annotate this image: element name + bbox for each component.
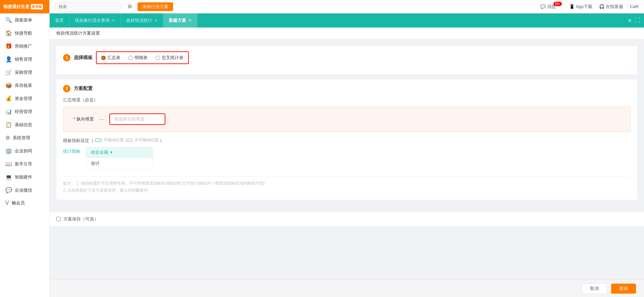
tab-close-cash-flow[interactable]: ✕ [112,18,115,23]
sidebar-item-hardware[interactable]: 💻智能硬件 [0,170,49,184]
sidebar-label-member: 畅会员 [12,200,25,206]
sidebar-item-enterprise[interactable]: 🏢企业协同 [0,144,49,157]
sidebar-item-inventory[interactable]: 📦库存核算 [0,79,49,92]
tab-label-home: 首页 [55,17,64,23]
draggable-label: 可拖动位置 [104,137,124,143]
drag-indicator [95,139,102,142]
sidebar-nav: 🔍搜索菜单🏠快捷导航🎁营销推广👤销售管理🛒采购管理📦库存核算💰资金管理📊经营管理… [0,13,49,297]
sidebar-icon-guide: 📖 [5,161,12,167]
save-checkbox[interactable] [56,217,61,221]
sidebar-label-finance: 资金管理 [15,96,32,102]
sidebar-label-marketing: 营销推广 [15,43,32,49]
gear-icon[interactable]: ⚙ [127,3,132,10]
notification-area[interactable]: 💬 消息 99+ [540,4,556,10]
sidebar-item-system[interactable]: ⚙系统管理 [0,131,49,144]
template-option-detail[interactable]: 明细表 [128,55,148,61]
stats-label-col: 统计指标 [63,147,80,169]
row-label-text: 纵向维度 [76,116,94,121]
sidebar-item-basic-info[interactable]: 📋基础信息 [0,118,49,131]
metrics-columns: 统计指标 收款金额 ▾ 合计 [63,147,631,169]
sidebar-label-enterprise: 企业协同 [15,148,32,154]
metrics-title-text: 模板指标设定（ [63,138,94,143]
sidebar-item-quick-nav[interactable]: 🏠快捷导航 [0,27,49,40]
tab-close-new-plan[interactable]: ✕ [188,18,192,23]
sidebar-icon-wechat: 💬 [5,187,12,193]
tab-receipt-stats[interactable]: 收款情况统计✕ [121,13,163,28]
sidebar-item-guide[interactable]: 📖新手引导 [0,157,49,170]
query-button[interactable]: 查询 [611,284,636,294]
dimension-row: * 纵向维度 — 请选择分组维度 [73,113,165,125]
sidebar-icon-purchase: 🛒 [5,69,12,76]
sidebar-item-wechat[interactable]: 💬企业微信 [0,184,49,197]
sidebar-label-operation: 经营管理 [15,109,32,115]
tab-label-receipt-stats: 收款情况统计 [126,17,152,23]
notification-count: 99+ [553,2,562,6]
metrics-col1-row1: 合计 [86,158,153,169]
template-option-cross[interactable]: 交叉统计表 [156,55,183,61]
radio-detail[interactable] [128,56,133,60]
sidebar-item-operation[interactable]: 📊经营管理 [0,105,49,118]
page-title-bar: 收款情况统计方案设置 [50,28,644,39]
stats-label: 统计指标 [63,149,80,154]
app-download[interactable]: 📱 App下载 [569,4,592,10]
nodrag-indicator [126,139,132,142]
sidebar-item-sales[interactable]: 👤销售管理 [0,53,49,66]
expand-icon[interactable]: ⛶ [635,17,640,23]
search-input[interactable] [55,2,122,11]
tabs-bar: 首页现金银行流水查询✕收款情况统计✕新建方案✕✕⛶ [50,13,644,28]
hint-text: 提示： 1. 拖动标题栏可以调整布局，不可跨维度或指标区域拖动栏目字段(只能在同… [63,180,631,187]
tab-new-plan[interactable]: 新建方案✕ [163,13,197,28]
dimension-title: 汇总维度（必选） [63,97,631,103]
user-info[interactable]: CaR [630,4,639,9]
download-icon: 📱 [569,4,575,9]
chevron-down-icon[interactable]: ▾ [110,150,113,155]
sidebar-item-marketing[interactable]: 🎁营销推广 [0,40,49,53]
nodrag-label: 不可拖动位置 [135,137,159,143]
tab-label-new-plan: 新建方案 [169,17,186,23]
online-service[interactable]: 🎧 在线客服 [599,4,623,10]
sidebar-label-hardware: 智能硬件 [15,174,32,180]
cancel-button[interactable]: 取消 [582,283,607,294]
tab-home[interactable]: 首页 [50,13,69,28]
sidebar-item-purchase[interactable]: 🛒采购管理 [0,66,49,79]
sidebar-label-wechat: 企业微信 [15,187,32,193]
username: CaR [630,4,639,9]
hint-text: 2. 点击标题栏下拉可设置排序、插入列和删除列 [63,187,631,194]
step1-num: 1 [63,54,70,61]
tab-close-receipt-stats[interactable]: ✕ [154,18,158,23]
metrics-col1-header: 收款金额 [91,149,108,155]
sidebar-logo: 畅捷通好生意 标准版 [0,0,49,13]
sidebar-label-search-menu: 搜索菜单 [15,17,32,23]
sidebar-label-guide: 新手引导 [15,161,32,167]
step2-section: 2 方案配置 汇总维度（必选） * 纵向维度 — 请选择分组维度 [56,80,637,200]
sidebar-item-search-menu[interactable]: 🔍搜索菜单 [0,13,49,27]
page-title: 收款情况统计方案设置 [56,31,100,36]
radio-summary[interactable] [101,56,106,60]
topbar-right: 💬 消息 99+ 📱 App下载 🎧 在线客服 CaR [540,4,639,10]
template-label-summary: 汇总表 [107,55,120,61]
sidebar-label-quick-nav: 快捷导航 [15,30,32,36]
template-label-cross: 交叉统计表 [162,55,183,61]
metrics-title: 模板指标设定（ 可拖动位置 不可拖动位置 ） [63,137,164,144]
dimension-selector[interactable]: 请选择分组维度 [109,113,165,125]
form-body: 1 选择模板 汇总表明细表交叉统计表 2 方案配置 汇总维度（必选） * [50,39,644,212]
sidebar-icon-inventory: 📦 [5,82,12,89]
hint-section: 提示： 1. 拖动标题栏可以调整布局，不可跨维度或指标区域拖动栏目字段(只能在同… [63,176,631,194]
dimension-arrow: — [99,116,104,122]
template-label-detail: 明细表 [135,55,148,61]
radio-cross[interactable] [156,56,160,60]
sidebar-label-sales: 销售管理 [15,56,32,62]
sidebar-label-inventory: 库存核算 [15,83,32,89]
template-options: 汇总表明细表交叉统计表 [96,51,189,64]
sidebar-item-member[interactable]: V畅会员 [0,197,49,209]
sidebar-item-finance[interactable]: 💰资金管理 [0,92,49,105]
close-window-icon[interactable]: ✕ [628,17,632,24]
step2-header: 2 方案配置 [63,85,631,92]
trial-button[interactable]: 体验行业方案 [138,2,173,11]
template-option-summary[interactable]: 汇总表 [101,55,120,61]
sidebar-icon-member: V [5,200,9,206]
tab-cash-flow[interactable]: 现金银行流水查询✕ [69,13,121,28]
sidebar-icon-sales: 👤 [5,56,12,62]
metrics-table: 收款金额 ▾ 合计 [86,147,153,169]
step1-title: 选择模板 [74,55,93,61]
